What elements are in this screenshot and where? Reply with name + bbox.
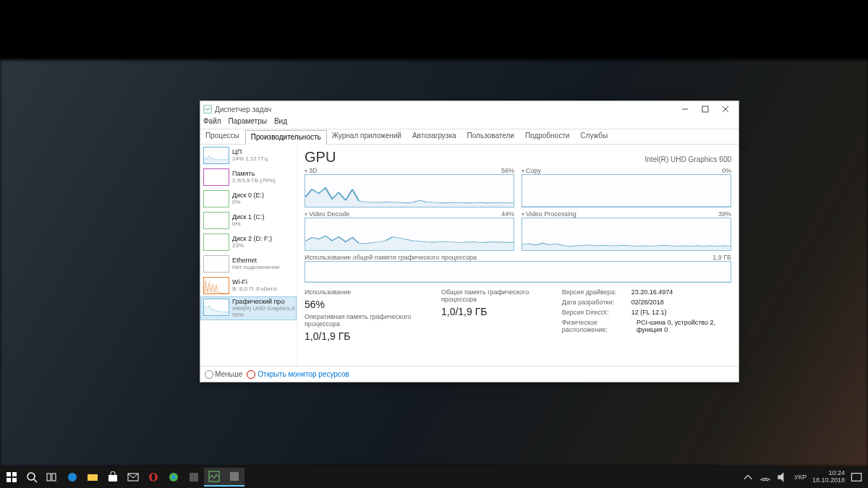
sidebar-item-sub: 2,9/3,8 ГБ (76%) [232,178,276,184]
tab-apphistory[interactable]: Журнал приложений [327,129,407,144]
chart-dropdown[interactable]: Video Decode [305,210,349,218]
sidebar-item[interactable]: ЦП24% 1,12 ГГц [200,145,297,166]
fewer-details-button[interactable]: Меньше [205,370,242,379]
sidebar-item[interactable]: Диск 1 (C:)0% [200,210,297,231]
svg-marker-29 [778,472,783,481]
app-icon-2[interactable] [224,468,244,487]
sidebar-item[interactable]: Графический проIntel(R) UHD Graphics 656… [200,296,297,320]
stat-value: 1,0/1,9 ГБ [441,306,548,317]
stat-label: Использование [305,288,427,296]
sidebar-item-name: Диск 0 (E:) [232,192,264,200]
titlebar[interactable]: Диспетчер задач [200,101,739,117]
edge-icon[interactable] [62,468,82,487]
chart-box[interactable] [305,218,514,251]
notifications-icon[interactable] [851,471,862,483]
svg-rect-8 [205,234,229,250]
tab-services[interactable]: Службы [575,129,613,144]
menu-view[interactable]: Вид [274,117,287,129]
sidebar-item-sub: 23% [232,243,272,249]
chart-value: 0% [722,167,731,174]
chevron-up-icon[interactable] [742,471,754,483]
footer: Меньше Открыть монитор ресурсов [200,366,739,382]
tray-language[interactable]: УКР [794,474,807,481]
window-title: Диспетчер задач [215,106,675,114]
sidebar-item-sub: 0% [232,200,264,206]
file-explorer-icon[interactable] [82,468,103,487]
svg-point-23 [152,474,156,481]
stat-label: Общая память графического процессора [441,288,548,303]
search-button[interactable] [22,468,42,487]
stat-label: Оперативная память графического процессо… [305,313,427,328]
sidebar-thumb [203,190,229,207]
chart-box[interactable] [522,218,731,251]
sidebar-thumb [203,168,229,186]
open-resource-monitor-link[interactable]: Открыть монитор ресурсов [247,370,349,379]
chrome-icon[interactable] [163,468,184,487]
tab-startup[interactable]: Автозагрузка [407,129,462,144]
network-icon[interactable] [760,471,771,483]
chart-box[interactable] [305,174,514,207]
stat-val: 12 (FL 12.1) [631,309,667,316]
chart-box[interactable] [305,261,731,283]
task-manager-taskbar-icon[interactable] [204,468,224,487]
stat-value: 56% [305,299,427,310]
sidebar: ЦП24% 1,12 ГГцПамять2,9/3,8 ГБ (76%)Диск… [200,145,297,366]
start-button[interactable] [1,468,22,487]
sidebar-thumb [203,299,229,316]
volume-icon[interactable] [777,471,788,483]
stats-row: Использование56%Оперативная память графи… [305,288,731,342]
svg-point-25 [172,476,176,479]
sidebar-item-name: Графический про [232,299,295,306]
stats-col-driver: Версия драйвера:23.20.16.4974Дата разраб… [562,288,731,342]
svg-rect-5 [205,169,229,185]
menu-file[interactable]: Файл [203,117,221,129]
tab-users[interactable]: Пользователи [462,129,520,144]
task-manager-window: Диспетчер задач Файл Параметры Вид Проце… [200,100,739,382]
taskbar[interactable]: УКР 10:2418.10.2018 [0,466,868,488]
stat-pair: Версия драйвера:23.20.16.4974 [562,288,731,296]
opera-icon[interactable] [143,468,163,487]
svg-rect-9 [205,256,229,272]
app-icon-1[interactable] [184,468,204,487]
svg-rect-20 [109,475,117,481]
svg-rect-13 [12,478,17,482]
task-view-button[interactable] [42,468,62,487]
tab-processes[interactable]: Процессы [200,129,245,144]
stat-value: 1,0/1,9 ГБ [305,330,427,342]
sidebar-item-name: Ethernet [232,257,279,265]
chart-dropdown[interactable]: 3D [305,167,318,174]
sidebar-thumb [203,234,229,251]
sidebar-item[interactable]: EthernetНет подключения [200,253,297,275]
svg-point-14 [27,473,35,480]
svg-rect-19 [88,474,98,481]
svg-rect-7 [205,213,229,228]
menu-options[interactable]: Параметры [229,117,267,129]
sidebar-item[interactable]: Wi-FiВ: 8,0 П: 0 кбит/с [200,275,297,296]
chart-box[interactable] [522,174,731,207]
chart-dropdown[interactable]: Video Processing [522,210,576,218]
stat-key: Дата разработки: [562,299,627,306]
minimize-button[interactable] [675,103,695,116]
system-tray[interactable]: УКР 10:2418.10.2018 [742,470,867,484]
chart-value: 56% [501,167,514,174]
mail-icon[interactable] [123,468,143,487]
gpu-chart: 3D56% [305,167,514,207]
tab-performance[interactable]: Производительность [245,130,327,145]
close-button[interactable] [715,103,736,116]
stats-col-usage: Использование56%Оперативная память графи… [305,288,427,342]
gpu-chart: Video Processing39% [522,210,731,251]
chart-value: 44% [501,210,514,218]
tray-clock[interactable]: 10:2418.10.2018 [812,470,845,484]
sidebar-item[interactable]: Память2,9/3,8 ГБ (76%) [200,166,297,188]
svg-rect-2 [702,106,708,112]
store-icon[interactable] [103,468,123,487]
sidebar-item[interactable]: Диск 0 (E:)0% [200,188,297,210]
sidebar-item[interactable]: Диск 2 (D: F:)23% [200,231,297,253]
stat-key: Версия DirectX: [562,309,627,316]
sidebar-item-sub: 24% 1,12 ГГц [232,156,268,163]
maximize-button[interactable] [695,103,715,116]
stat-pair: Версия DirectX:12 (FL 12.1) [562,309,731,316]
stat-key: Версия драйвера: [562,288,627,296]
tab-details[interactable]: Подробности [520,129,575,144]
chart-dropdown[interactable]: Copy [522,167,541,174]
